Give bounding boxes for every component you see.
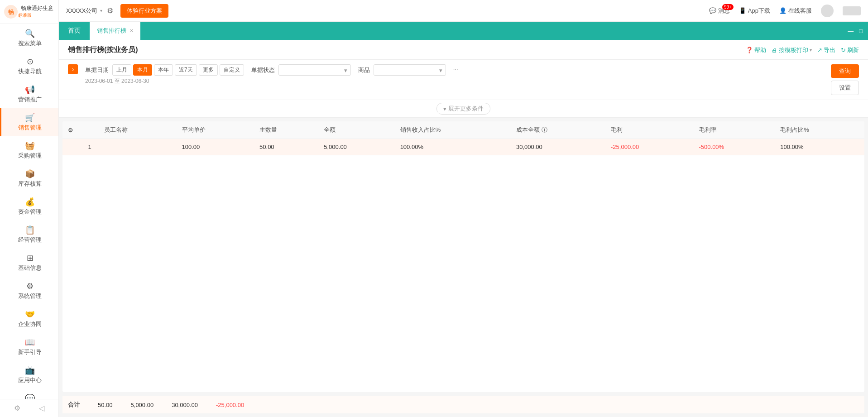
sidebar-item-basic[interactable]: ⊞ 基础信息 xyxy=(0,249,58,277)
service-icon: 👤 xyxy=(779,7,786,14)
svg-text:畅: 畅 xyxy=(8,9,14,15)
finance-icon: 💰 xyxy=(25,197,35,207)
sidebar-item-management[interactable]: 📋 经营管理 xyxy=(0,220,58,249)
logo-area: 畅 畅康通好生意 标准版 xyxy=(0,0,58,24)
sidebar-label-apps: 应用中心 xyxy=(18,376,42,384)
sidebar-label-quick: 快捷导航 xyxy=(18,67,42,76)
message-item[interactable]: 💬 99+ 消息 xyxy=(709,7,730,15)
goods-select[interactable] xyxy=(374,64,446,76)
tabbar-right: — □ xyxy=(848,28,868,34)
topbar: XXXXX公司 ▾ ⚙ 体验行业方案 💬 99+ 消息 📱 App下载 👤 在线… xyxy=(59,0,868,22)
export-icon: ↗ xyxy=(817,47,822,53)
date-btn-this-year[interactable]: 本年 xyxy=(154,64,173,76)
tab-close-icon[interactable]: × xyxy=(130,28,133,34)
search-icon: 🔍 xyxy=(25,29,35,38)
apps-icon: 📺 xyxy=(25,365,35,375)
date-btn-this-month[interactable]: 本月 xyxy=(133,64,152,76)
collapse-icon[interactable]: ◁ xyxy=(39,404,44,412)
date-range-display: 2023-06-01 至 2023-06-30 xyxy=(85,77,244,85)
expand-more-bar: ▾ 展开更多条件 xyxy=(59,100,868,118)
sidebar-label-inventory: 库存核算 xyxy=(18,180,42,188)
company-selector[interactable]: XXXXX公司 ▾ xyxy=(66,7,102,15)
query-button[interactable]: 查询 xyxy=(831,64,859,78)
page-title: 销售排行榜(按业务员) xyxy=(68,45,138,59)
settings-icon[interactable]: ⚙ xyxy=(14,404,20,412)
online-service-item[interactable]: 👤 在线客服 xyxy=(779,7,812,15)
date-btn-7days[interactable]: 近7天 xyxy=(175,64,197,76)
sidebar-item-marketing[interactable]: 📢 营销推广 xyxy=(0,80,58,108)
sidebar-label-purchase: 采购管理 xyxy=(18,152,42,160)
td-avg-price: 100.00 xyxy=(177,139,254,155)
message-badge: 99+ xyxy=(722,4,734,10)
online-service-label: 在线客服 xyxy=(788,7,812,15)
td-gross: -25,000.00 xyxy=(605,139,693,155)
avatar[interactable] xyxy=(821,5,834,17)
page-header-actions: ❓ 帮助 🖨 按模板打印 ▾ ↗ 导出 ↻ 刷新 xyxy=(746,46,859,59)
minimize-icon[interactable]: — xyxy=(848,28,854,34)
goods-filter-group: 商品 xyxy=(358,64,446,76)
maximize-icon[interactable]: □ xyxy=(859,28,863,34)
table-row: 1 100.00 50.00 5,000.00 100.00% 30,000.0… xyxy=(62,139,864,155)
content-area: 销售排行榜(按业务员) ❓ 帮助 🖨 按模板打印 ▾ ↗ 导出 ↻ 刷新 xyxy=(59,40,868,417)
footer-qty: 50.00 xyxy=(98,402,113,408)
td-employee-name xyxy=(99,139,177,155)
sidebar-item-guide[interactable]: 📖 新手引导 xyxy=(0,333,58,361)
table-header-row: ⚙ 员工名称 平均单价 主数量 全额 销售收入占比% 成本全额 ⓘ 毛利 毛利率… xyxy=(62,121,864,139)
export-link[interactable]: ↗ 导出 xyxy=(817,46,835,54)
th-cost: 成本全额 ⓘ xyxy=(511,121,605,139)
sales-icon: 🛒 xyxy=(25,113,35,123)
sidebar-item-finance[interactable]: 💰 资金管理 xyxy=(0,192,58,220)
basic-icon: ⊞ xyxy=(27,253,34,263)
th-gross: 毛利 xyxy=(605,121,693,139)
tab-home[interactable]: 首页 xyxy=(59,22,90,40)
help-link[interactable]: ❓ 帮助 xyxy=(746,46,766,54)
inventory-icon: 📦 xyxy=(25,169,35,179)
sidebar-item-inventory[interactable]: 📦 库存核算 xyxy=(0,164,58,192)
app-download-item[interactable]: 📱 App下载 xyxy=(739,7,770,15)
wechat-icon: 💬 xyxy=(25,393,35,399)
sidebar-item-wechat[interactable]: 💬 企业微信 xyxy=(0,389,58,399)
th-gross-rate: 毛利率 xyxy=(694,121,775,139)
refresh-link[interactable]: ↻ 刷新 xyxy=(841,46,859,54)
logo-text-line2: 标准版 xyxy=(18,12,53,19)
sidebar-label-finance: 资金管理 xyxy=(18,208,42,216)
sidebar-item-apps[interactable]: 📺 应用中心 xyxy=(0,361,58,389)
topbar-gear-icon[interactable]: ⚙ xyxy=(107,6,113,15)
filter-expand-arrow[interactable]: › xyxy=(68,64,78,74)
footer-label: 合计 xyxy=(68,401,80,409)
settings-button[interactable]: 设置 xyxy=(831,81,859,95)
sidebar-item-quick[interactable]: ⊙ 快捷导航 xyxy=(0,52,58,80)
expand-more-button[interactable]: ▾ 展开更多条件 xyxy=(436,103,490,115)
sidebar-item-purchase[interactable]: 🧺 采购管理 xyxy=(0,136,58,164)
footer-cost: 30,000.00 xyxy=(172,402,198,408)
sidebar-item-sales[interactable]: 🛒 销售管理 xyxy=(0,108,58,136)
refresh-label: 刷新 xyxy=(847,46,859,54)
sidebar-item-system[interactable]: ⚙ 系统管理 xyxy=(0,277,58,305)
data-table: ⚙ 员工名称 平均单价 主数量 全额 销售收入占比% 成本全额 ⓘ 毛利 毛利率… xyxy=(62,121,864,155)
date-btn-custom[interactable]: 自定义 xyxy=(220,64,244,76)
user-name-placeholder xyxy=(843,6,861,15)
guide-icon: 📖 xyxy=(25,337,35,347)
filter-section: › 单据日期 上月 本月 本年 近7天 更多 自定义 2023-06-01 至 … xyxy=(59,60,868,100)
tab-sales-ranking[interactable]: 销售排行榜 × xyxy=(90,22,140,40)
export-label: 导出 xyxy=(824,46,835,54)
sidebar-item-search[interactable]: 🔍 搜索菜单 xyxy=(0,24,58,52)
purchase-icon: 🧺 xyxy=(25,141,35,151)
date-btn-last-month[interactable]: 上月 xyxy=(112,64,131,76)
help-label: 帮助 xyxy=(754,46,766,54)
th-settings-icon[interactable]: ⚙ xyxy=(62,121,81,139)
quick-nav-icon: ⊙ xyxy=(27,57,34,67)
marketing-icon: 📢 xyxy=(25,85,35,95)
date-btn-more[interactable]: 更多 xyxy=(199,64,218,76)
sidebar-footer: ⚙ ◁ xyxy=(0,399,58,417)
th-gross-pct: 毛利占比% xyxy=(775,121,864,139)
trial-button[interactable]: 体验行业方案 xyxy=(120,4,168,18)
td-qty: 50.00 xyxy=(254,139,318,155)
template-print-chevron: ▾ xyxy=(810,48,812,53)
status-select[interactable] xyxy=(278,64,351,76)
sidebar-item-collab[interactable]: 🤝 企业协同 xyxy=(0,305,58,333)
template-print-link[interactable]: 🖨 按模板打印 ▾ xyxy=(772,46,812,54)
more-filter-btn[interactable]: ... xyxy=(453,64,458,71)
goods-select-wrapper xyxy=(374,64,446,76)
th-employee-name: 员工名称 xyxy=(99,121,177,139)
